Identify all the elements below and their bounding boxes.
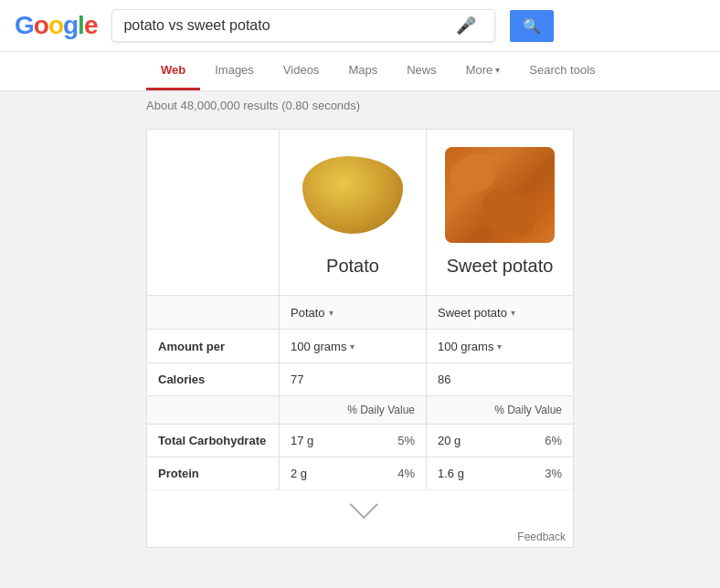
comparison-card: Potato Sweet potato Potato ▾ Sweet potat… xyxy=(146,129,574,548)
potato-image xyxy=(298,144,408,245)
feedback-row[interactable]: Feedback xyxy=(147,527,573,547)
item2-name: Sweet potato xyxy=(434,256,566,288)
item1-amount-dropdown[interactable]: 100 grams ▾ xyxy=(291,340,355,353)
item2-selector-arrow: ▾ xyxy=(511,308,515,318)
protein-label: Protein xyxy=(147,457,280,489)
item2-protein: 1.6 g 3% xyxy=(427,457,573,489)
tab-maps[interactable]: Maps xyxy=(334,52,392,90)
item1-header: Potato xyxy=(280,130,427,295)
item1-carb: 17 g 5% xyxy=(280,425,427,457)
item2-protein-pct: 3% xyxy=(545,467,562,480)
item2-selector[interactable]: Sweet potato ▾ xyxy=(438,306,515,320)
item1-calories: 77 xyxy=(280,363,427,395)
carb-row: Total Carbohydrate 17 g 5% 20 g 6% xyxy=(147,424,573,457)
tab-search-tools[interactable]: Search tools xyxy=(514,52,609,90)
item2-selector-col: Sweet potato ▾ xyxy=(427,296,573,329)
show-more-row[interactable] xyxy=(147,489,573,527)
feedback-label: Feedback xyxy=(517,530,566,543)
item1-amount: 100 grams ▾ xyxy=(280,330,427,362)
calories-row: Calories 77 86 xyxy=(147,362,573,395)
compare-header: Potato Sweet potato xyxy=(147,130,573,295)
item2-calories: 86 xyxy=(427,363,573,395)
item1-selector-arrow: ▾ xyxy=(329,308,334,318)
item1-amount-arrow: ▾ xyxy=(350,341,355,352)
nav-tabs: Web Images Videos Maps News More ▾ Searc… xyxy=(0,52,720,91)
tab-web[interactable]: Web xyxy=(146,52,200,90)
item1-protein: 2 g 4% xyxy=(280,457,427,489)
microphone-icon[interactable]: 🎤 xyxy=(456,16,476,36)
item1-protein-g: 2 g xyxy=(291,467,307,480)
selector-row: Potato ▾ Sweet potato ▾ xyxy=(147,295,573,329)
potato-shape xyxy=(302,156,403,234)
item2-carb-g: 20 g xyxy=(438,434,461,447)
item2-carb: 20 g 6% xyxy=(427,425,573,457)
carb-label: Total Carbohydrate xyxy=(147,425,280,457)
item1-name: Potato xyxy=(287,256,418,288)
item2-carb-pct: 6% xyxy=(545,434,562,447)
search-button[interactable]: 🔍 xyxy=(510,10,554,42)
item1-protein-pct: 4% xyxy=(397,467,415,480)
search-bar: potato vs sweet potato 🎤 xyxy=(111,9,495,42)
item1-carb-g: 17 g xyxy=(291,434,313,447)
search-input[interactable]: potato vs sweet potato xyxy=(123,17,456,34)
main-content: Potato Sweet potato Potato ▾ Sweet potat… xyxy=(0,120,720,576)
item2-amount-arrow: ▾ xyxy=(497,341,502,352)
selector-label-col xyxy=(147,296,280,329)
item2-amount-dropdown[interactable]: 100 grams ▾ xyxy=(438,340,502,353)
sweet-potato-shape xyxy=(445,147,555,243)
google-logo: Google xyxy=(15,11,97,40)
dv-label-spacer xyxy=(147,396,280,424)
item2-dv-label: % Daily Value xyxy=(427,396,573,424)
more-dropdown-arrow: ▾ xyxy=(495,65,500,75)
tab-videos[interactable]: Videos xyxy=(269,52,334,90)
tab-more[interactable]: More ▾ xyxy=(451,52,515,90)
item1-carb-pct: 5% xyxy=(397,434,415,447)
amount-row: Amount per 100 grams ▾ 100 grams ▾ xyxy=(147,329,573,362)
tab-images[interactable]: Images xyxy=(200,52,269,90)
chevron-down-icon xyxy=(346,501,374,516)
header: Google potato vs sweet potato 🎤 🔍 xyxy=(0,0,720,52)
item2-amount: 100 grams ▾ xyxy=(427,330,573,362)
sweet-potato-image xyxy=(445,144,555,245)
tab-news[interactable]: News xyxy=(392,52,451,90)
daily-value-divider: % Daily Value % Daily Value xyxy=(147,395,573,424)
protein-row: Protein 2 g 4% 1.6 g 3% xyxy=(147,457,573,489)
results-info: About 48,000,000 results (0.80 seconds) xyxy=(0,91,720,120)
amount-label: Amount per xyxy=(147,330,280,362)
calories-label: Calories xyxy=(147,363,280,395)
item1-dv-label: % Daily Value xyxy=(280,396,427,424)
item1-selector-col: Potato ▾ xyxy=(280,296,427,329)
item2-protein-g: 1.6 g xyxy=(438,467,464,480)
item1-selector[interactable]: Potato ▾ xyxy=(291,306,334,320)
item2-header: Sweet potato xyxy=(427,130,573,295)
compare-label-spacer xyxy=(147,130,280,295)
